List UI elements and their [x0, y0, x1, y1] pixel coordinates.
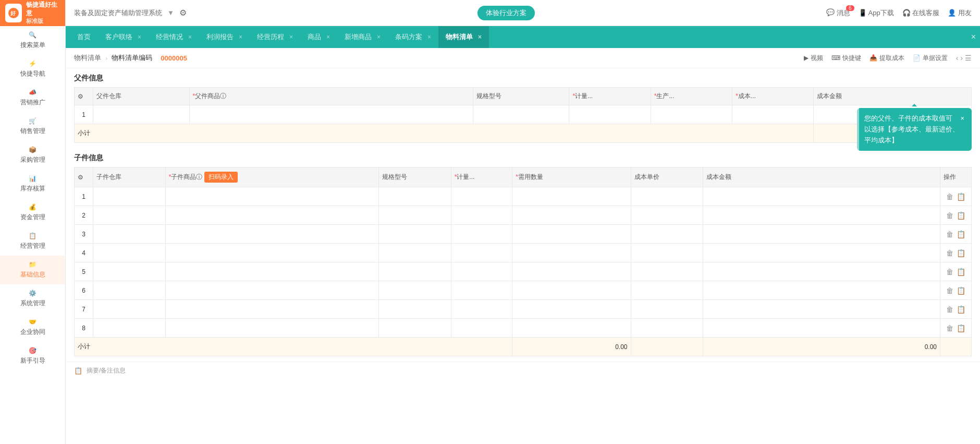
- child-product-cell-6[interactable]: [165, 300, 378, 319]
- tab-close-goods[interactable]: ×: [326, 33, 330, 41]
- child-quantity-cell-4[interactable]: [512, 262, 631, 281]
- delete-icon-1[interactable]: 🗑: [946, 211, 953, 220]
- child-unit-cost-cell-6[interactable]: [631, 300, 703, 319]
- child-warehouse-cell-6[interactable]: [93, 300, 166, 319]
- sidebar-item-search[interactable]: 🔍 搜索菜单: [0, 26, 65, 55]
- child-spec-cell-0[interactable]: [378, 187, 451, 206]
- child-unit-cost-cell-5[interactable]: [631, 281, 703, 300]
- child-unit-cell-7[interactable]: [451, 319, 512, 338]
- view-btn[interactable]: ▶ 视频: [804, 54, 823, 63]
- tab-profit[interactable]: 利润报告 ×: [199, 26, 250, 48]
- parent-product-cell[interactable]: [189, 105, 473, 124]
- child-warehouse-cell-1[interactable]: [93, 206, 166, 225]
- child-unit-cell-6[interactable]: [451, 300, 512, 319]
- parent-warehouse-cell[interactable]: [93, 105, 190, 124]
- child-spec-cell-6[interactable]: [378, 300, 451, 319]
- gear-settings-icon[interactable]: ⚙: [179, 8, 187, 18]
- sidebar-item-purchase[interactable]: 📦 采购管理: [0, 141, 65, 170]
- sidebar-item-quick-nav[interactable]: ⚡ 快捷导航: [0, 55, 65, 83]
- parent-spec-cell[interactable]: [473, 105, 569, 124]
- child-spec-cell-2[interactable]: [378, 225, 451, 244]
- copy-icon-7[interactable]: 📋: [957, 324, 965, 332]
- sidebar-item-guide[interactable]: 🎯 新手引导: [0, 342, 65, 370]
- tab-close-history[interactable]: ×: [289, 33, 293, 41]
- child-product-cell-3[interactable]: [165, 244, 378, 262]
- sidebar-item-marketing[interactable]: 📣 营销推广: [0, 83, 65, 112]
- child-product-cell-2[interactable]: [165, 225, 378, 244]
- tab-bom[interactable]: 物料清单 ×: [438, 26, 489, 48]
- child-product-cell-5[interactable]: [165, 281, 378, 300]
- child-unit-cost-cell-0[interactable]: [631, 187, 703, 206]
- child-quantity-cell-3[interactable]: [512, 244, 631, 262]
- child-product-cell-7[interactable]: [165, 319, 378, 338]
- delete-icon-3[interactable]: 🗑: [946, 249, 953, 257]
- sidebar-item-system[interactable]: ⚙️ 系统管理: [0, 284, 65, 313]
- child-warehouse-cell-7[interactable]: [93, 319, 166, 338]
- child-product-cell-0[interactable]: [165, 187, 378, 206]
- menu-btn[interactable]: ☰: [965, 54, 972, 62]
- child-spec-cell-1[interactable]: [378, 206, 451, 225]
- delete-icon-6[interactable]: 🗑: [946, 305, 953, 314]
- tab-close-bom[interactable]: ×: [478, 33, 482, 41]
- scan-btn[interactable]: 扫码录入: [204, 172, 238, 183]
- child-warehouse-cell-4[interactable]: [93, 262, 166, 281]
- child-unit-cell-4[interactable]: [451, 262, 512, 281]
- child-product-cell-1[interactable]: [165, 206, 378, 225]
- child-quantity-cell-7[interactable]: [512, 319, 631, 338]
- parent-unit-cell[interactable]: [569, 105, 651, 124]
- child-quantity-cell-2[interactable]: [512, 225, 631, 244]
- sidebar-item-sales[interactable]: 🛒 销售管理: [0, 112, 65, 141]
- copy-icon-6[interactable]: 📋: [957, 305, 965, 314]
- child-unit-cost-cell-7[interactable]: [631, 319, 703, 338]
- child-spec-cell-5[interactable]: [378, 281, 451, 300]
- delete-icon-5[interactable]: 🗑: [946, 286, 953, 295]
- message-badge[interactable]: 💬 6 消息: [826, 8, 850, 18]
- prev-btn[interactable]: ‹: [956, 54, 959, 62]
- delete-icon-0[interactable]: 🗑: [946, 193, 953, 201]
- child-unit-cell-0[interactable]: [451, 187, 512, 206]
- child-unit-cell-5[interactable]: [451, 281, 512, 300]
- sidebar-item-operations[interactable]: 📋 经营管理: [0, 227, 65, 256]
- app-download[interactable]: 📱 App下载: [859, 8, 894, 18]
- child-unit-cell-1[interactable]: [451, 206, 512, 225]
- parent-cost-cell[interactable]: [732, 105, 814, 124]
- next-btn[interactable]: ›: [960, 54, 963, 62]
- tab-history[interactable]: 经营历程 ×: [250, 26, 300, 48]
- copy-icon-3[interactable]: 📋: [957, 249, 965, 257]
- single-settings-btn[interactable]: 📄 单据设置: [913, 54, 948, 63]
- tab-close-profit[interactable]: ×: [239, 33, 242, 41]
- child-quantity-cell-6[interactable]: [512, 300, 631, 319]
- child-unit-cell-3[interactable]: [451, 244, 512, 262]
- child-warehouse-cell-2[interactable]: [93, 225, 166, 244]
- copy-icon-4[interactable]: 📋: [957, 268, 965, 276]
- child-product-cell-4[interactable]: [165, 262, 378, 281]
- user-menu[interactable]: 👤 用友: [948, 8, 972, 18]
- tab-new-goods[interactable]: 新增商品 ×: [337, 26, 388, 48]
- parent-production-cell[interactable]: [651, 105, 732, 124]
- copy-icon-5[interactable]: 📋: [957, 286, 965, 295]
- tab-close-customer[interactable]: ×: [138, 33, 141, 41]
- copy-icon-0[interactable]: 📋: [957, 193, 965, 201]
- child-warehouse-cell-3[interactable]: [93, 244, 166, 262]
- sidebar-item-cooperation[interactable]: 🤝 企业协同: [0, 313, 65, 342]
- tab-home[interactable]: 首页: [70, 26, 98, 48]
- child-warehouse-cell-0[interactable]: [93, 187, 166, 206]
- child-quantity-cell-5[interactable]: [512, 281, 631, 300]
- child-unit-cost-cell-4[interactable]: [631, 262, 703, 281]
- child-unit-cell-2[interactable]: [451, 225, 512, 244]
- dropdown-arrow-icon[interactable]: ▼: [167, 9, 174, 17]
- tooltip-close-btn[interactable]: ×: [960, 113, 964, 124]
- close-all-tabs[interactable]: ×: [971, 32, 976, 42]
- sidebar-item-finance[interactable]: 💰 资金管理: [0, 198, 65, 227]
- child-unit-cost-cell-1[interactable]: [631, 206, 703, 225]
- child-warehouse-cell-5[interactable]: [93, 281, 166, 300]
- breadcrumb-list[interactable]: 物料清单: [74, 53, 101, 63]
- trial-btn[interactable]: 体验行业方案: [477, 6, 535, 20]
- child-spec-cell-4[interactable]: [378, 262, 451, 281]
- child-spec-cell-3[interactable]: [378, 244, 451, 262]
- shortcut-btn[interactable]: ⌨ 快捷键: [831, 54, 861, 63]
- copy-icon-2[interactable]: 📋: [957, 230, 965, 238]
- delete-icon-4[interactable]: 🗑: [946, 268, 953, 276]
- online-service[interactable]: 🎧 在线客服: [902, 8, 940, 18]
- sidebar-item-inventory[interactable]: 📊 库存核算: [0, 170, 65, 198]
